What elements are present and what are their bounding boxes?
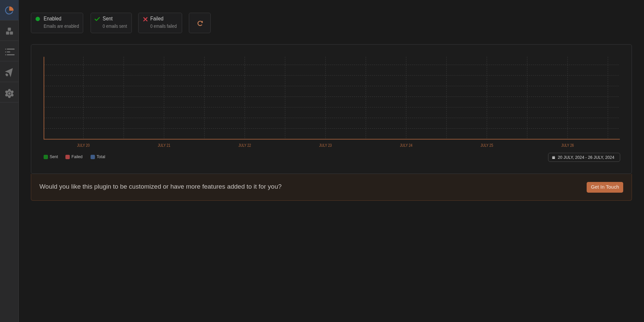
svg-text:JULY 20: JULY 20 xyxy=(77,143,90,147)
svg-text:JULY 21: JULY 21 xyxy=(158,143,170,147)
svg-text:JULY 24: JULY 24 xyxy=(400,143,412,147)
svg-text:JULY 23: JULY 23 xyxy=(319,143,332,147)
svg-text:JULY 25: JULY 25 xyxy=(481,143,493,147)
svg-text:JULY 26: JULY 26 xyxy=(561,143,574,147)
svg-text:JULY 22: JULY 22 xyxy=(238,143,251,147)
